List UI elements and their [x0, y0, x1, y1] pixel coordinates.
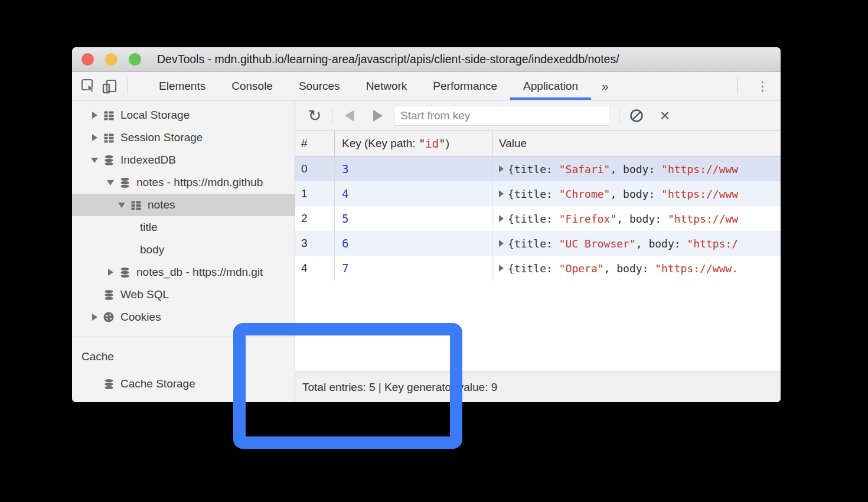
- database-icon: [103, 154, 115, 166]
- row-index: 2: [295, 206, 335, 231]
- tab-performance[interactable]: Performance: [420, 72, 510, 100]
- row-index: 3: [295, 231, 335, 256]
- toolbar-separator: [619, 107, 619, 125]
- datagrid-toolbar: ↻ ×: [295, 100, 781, 131]
- tab-sources[interactable]: Sources: [286, 72, 353, 100]
- row-index: 1: [295, 181, 335, 206]
- column-header-key[interactable]: Key (Key path: "id"): [335, 131, 492, 156]
- expand-value-icon[interactable]: [499, 265, 504, 272]
- zoom-window-button[interactable]: [129, 53, 141, 66]
- tab-elements[interactable]: Elements: [146, 72, 218, 100]
- sidebar-item-web-sql[interactable]: Web SQL: [72, 283, 295, 306]
- annotation-highlight-rectangle: [233, 323, 462, 449]
- tabbar-spacer: [619, 72, 730, 100]
- toolbar-separator: [332, 107, 332, 125]
- sidebar-item-notes-db-database[interactable]: notes_db - https://mdn.git: [72, 261, 295, 283]
- sidebar-item-label: notes - https://mdn.github: [136, 176, 263, 189]
- sidebar-item-label: title: [140, 221, 158, 234]
- row-key: 3: [335, 157, 492, 181]
- start-from-key-input[interactable]: [394, 106, 609, 126]
- sidebar-item-label: Local Storage: [120, 109, 190, 122]
- panel-tabs: Elements Console Sources Network Perform…: [146, 72, 619, 100]
- previous-page-button[interactable]: [340, 106, 360, 126]
- delete-selected-button[interactable]: ×: [655, 106, 675, 126]
- sidebar-item-session-storage[interactable]: Session Storage: [72, 126, 295, 149]
- column-header-value[interactable]: Value: [492, 131, 781, 156]
- sidebar-item-index-title[interactable]: title: [72, 216, 295, 239]
- tab-application[interactable]: Application: [510, 72, 591, 100]
- row-key: 7: [335, 256, 492, 281]
- database-icon: [119, 266, 130, 278]
- sidebar-item-label: IndexedDB: [120, 154, 176, 167]
- datagrid-header: # Key (Key path: "id") Value: [295, 131, 781, 157]
- expand-value-icon[interactable]: [499, 190, 504, 197]
- cookie-icon: [103, 311, 115, 323]
- sidebar-item-local-storage[interactable]: Local Storage: [72, 104, 295, 126]
- row-value: {title: "UC Browser", body: "https:/: [492, 231, 781, 256]
- expand-value-icon[interactable]: [499, 240, 504, 247]
- close-icon: ×: [660, 107, 670, 124]
- sidebar-item-label: Cookies: [120, 311, 161, 324]
- row-value: {title: "Chrome", body: "https://www: [492, 181, 781, 206]
- tree-expanded-arrow-icon[interactable]: [90, 158, 99, 163]
- row-value: {title: "Firefox", body: "https://ww: [492, 206, 781, 231]
- tree-collapsed-arrow-icon[interactable]: [90, 134, 99, 141]
- toggle-device-toolbar-button[interactable]: [99, 72, 120, 100]
- table-row[interactable]: 3 6 {title: "UC Browser", body: "https:/: [295, 231, 781, 256]
- tree-collapsed-arrow-icon[interactable]: [106, 269, 115, 276]
- table-row[interactable]: 4 7 {title: "Opera", body: "https://www.: [295, 256, 781, 281]
- sidebar-item-indexeddb[interactable]: IndexedDB: [72, 149, 295, 171]
- back-arrow-icon: [345, 110, 354, 122]
- tree-expanded-arrow-icon[interactable]: [117, 203, 126, 208]
- row-value: {title: "Safari", body: "https://www: [492, 157, 781, 181]
- table-row[interactable]: 2 5 {title: "Firefox", body: "https://ww: [295, 206, 781, 231]
- row-index: 0: [295, 157, 335, 181]
- row-key: 6: [335, 231, 492, 256]
- sidebar-item-label: Web SQL: [120, 288, 169, 301]
- next-page-button[interactable]: [368, 106, 388, 126]
- refresh-button[interactable]: ↻: [305, 106, 325, 126]
- table-row[interactable]: 1 4 {title: "Chrome", body: "https://www: [295, 181, 781, 206]
- forward-arrow-icon: [373, 110, 383, 122]
- sidebar-item-label: body: [140, 243, 164, 256]
- table-grid-icon: [130, 199, 142, 211]
- tree-collapsed-arrow-icon[interactable]: [90, 314, 99, 321]
- tab-network[interactable]: Network: [353, 72, 420, 100]
- inspect-cursor-icon: [80, 78, 97, 94]
- inspect-element-button[interactable]: [78, 72, 99, 100]
- table-row[interactable]: 0 3 {title: "Safari", body: "https://www: [295, 157, 781, 181]
- more-tabs-button[interactable]: »: [591, 72, 619, 100]
- sidebar-section-label: Cache: [81, 350, 114, 363]
- sidebar-item-label: notes_db - https://mdn.git: [136, 266, 263, 279]
- database-icon: [103, 378, 115, 390]
- block-icon: [629, 108, 644, 123]
- expand-value-icon[interactable]: [499, 215, 504, 222]
- tree-expanded-arrow-icon[interactable]: [106, 180, 115, 185]
- devtools-tabbar: Elements Console Sources Network Perform…: [72, 72, 781, 100]
- refresh-icon: ↻: [308, 107, 322, 123]
- window-titlebar: DevTools - mdn.github.io/learning-area/j…: [72, 47, 781, 72]
- database-icon: [103, 289, 115, 301]
- close-window-button[interactable]: [81, 53, 94, 66]
- sidebar-item-notes-database[interactable]: notes - https://mdn.github: [72, 171, 295, 194]
- sidebar-item-index-body[interactable]: body: [72, 239, 295, 261]
- tab-console[interactable]: Console: [218, 72, 286, 100]
- sidebar-item-label: notes: [148, 198, 175, 211]
- devtools-menu-button[interactable]: ⋮: [745, 72, 781, 100]
- row-index: 4: [295, 256, 335, 281]
- clear-object-store-button[interactable]: [626, 106, 647, 126]
- column-header-index[interactable]: #: [295, 131, 335, 156]
- table-grid-icon: [103, 109, 115, 121]
- sidebar-item-label: Cache Storage: [120, 377, 195, 390]
- tree-collapsed-arrow-icon[interactable]: [90, 112, 99, 119]
- sidebar-item-notes-store[interactable]: notes: [72, 194, 295, 216]
- window-title: DevTools - mdn.github.io/learning-area/j…: [157, 53, 619, 66]
- table-grid-icon: [103, 400, 115, 402]
- traffic-lights: [81, 53, 141, 66]
- row-key: 5: [335, 206, 492, 231]
- minimize-window-button[interactable]: [105, 53, 118, 66]
- toolbar-separator: [128, 78, 128, 94]
- expand-value-icon[interactable]: [499, 165, 504, 172]
- row-value: {title: "Opera", body: "https://www.: [492, 256, 781, 281]
- table-grid-icon: [103, 132, 115, 144]
